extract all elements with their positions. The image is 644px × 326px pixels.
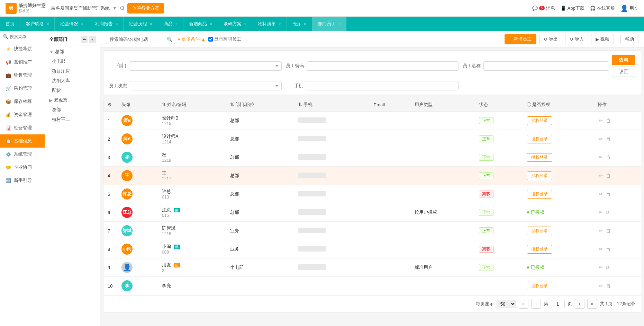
sidebar-item-inventory[interactable]: 📦 库存核算 xyxy=(0,95,45,108)
delete-icon-4[interactable]: 🗑 xyxy=(606,173,611,178)
dropdown-icon[interactable]: ▼ xyxy=(112,6,117,11)
trial-button[interactable]: 体验行业方案 xyxy=(127,3,164,14)
sidebar-item-purchase[interactable]: 🛒 采购管理 xyxy=(0,82,45,95)
tab-bom[interactable]: 物料清单 × xyxy=(252,17,287,31)
tab-operation-close[interactable]: × xyxy=(81,22,83,26)
dept-item-planting[interactable]: 植树王二 xyxy=(45,115,100,124)
delete-icon-2[interactable]: 🗑 xyxy=(606,136,611,142)
filter-dept-select[interactable] xyxy=(129,61,282,71)
tab-barcode-close[interactable]: × xyxy=(244,22,246,26)
auth-btn-1[interactable]: 授权登录 xyxy=(527,116,552,125)
nav-search-input[interactable] xyxy=(10,34,37,39)
export-button[interactable]: ↻ 导出 xyxy=(539,34,562,44)
sidebar-item-guide[interactable]: 🆕 新手引导 xyxy=(0,174,45,187)
filter-name-input[interactable] xyxy=(483,61,609,71)
edit-icon-1[interactable]: ✏ xyxy=(599,118,603,123)
tab-goods-close[interactable]: × xyxy=(175,22,178,26)
settings-icon[interactable]: ⚙ xyxy=(120,5,125,11)
last-page-button[interactable]: » xyxy=(587,299,597,309)
dept-item-delivery[interactable]: 配货 xyxy=(45,86,100,95)
message-icon-area[interactable]: 💬 5 消息 xyxy=(532,5,555,11)
set-button[interactable]: 设置 xyxy=(612,67,635,77)
sidebar-item-quick[interactable]: ⚡ 快捷导航 xyxy=(0,42,45,55)
tab-operation[interactable]: 经营情况 × xyxy=(55,17,89,31)
tab-home[interactable]: 首页 xyxy=(0,17,20,31)
tab-warehouse[interactable]: 仓库 × xyxy=(287,17,312,31)
tab-bom-close[interactable]: × xyxy=(279,22,281,26)
tab-goods[interactable]: 商品 × xyxy=(158,17,183,31)
help-button[interactable]: 帮助 xyxy=(620,34,638,44)
dept-edit-icon[interactable]: ✏ xyxy=(81,36,88,43)
edit-icon-2[interactable]: ✏ xyxy=(599,136,603,142)
edit-icon-6[interactable]: ✏ xyxy=(599,210,603,215)
tab-warehouse-close[interactable]: × xyxy=(304,22,306,26)
copy-icon-9[interactable]: ⧉ xyxy=(606,265,609,270)
show-resigned-label[interactable]: 显示离职员工 xyxy=(208,36,241,42)
edit-icon-5[interactable]: ✏ xyxy=(599,191,603,197)
show-resigned-checkbox[interactable] xyxy=(208,37,213,42)
auth-btn-3[interactable]: 授权登录 xyxy=(527,153,552,162)
edit-icon-4[interactable]: ✏ xyxy=(599,173,603,178)
tab-customer-close[interactable]: × xyxy=(47,22,49,26)
first-page-button[interactable]: « xyxy=(519,299,528,309)
tab-customer[interactable]: 客户联络 × xyxy=(20,17,55,31)
user-area[interactable]: 👤 用友 xyxy=(620,5,638,12)
sidebar-item-collab[interactable]: 🤝 企业协同 xyxy=(0,161,45,174)
tab-new-goods-close[interactable]: × xyxy=(210,22,212,26)
tab-new-goods[interactable]: 新增商品 × xyxy=(183,17,218,31)
more-filter-button[interactable]: ▾ 更多条件 ▲ xyxy=(178,36,206,42)
th-dept[interactable]: ⇅ 部门/职位 xyxy=(226,98,294,112)
dept-item-shenyang[interactable]: 沈阳大库 xyxy=(45,76,100,86)
delete-icon-1[interactable]: 🗑 xyxy=(606,118,611,123)
tab-history[interactable]: 经营历程 × xyxy=(124,17,158,31)
tab-employee[interactable]: 部门员工 × xyxy=(312,17,346,31)
dept-collapse-icon[interactable]: « xyxy=(89,36,96,43)
th-phone[interactable]: ⇅ 手机 xyxy=(294,98,369,112)
auth-btn-10[interactable]: 授权登录 xyxy=(527,282,552,290)
dept-item-general[interactable]: ▼ 总部 xyxy=(45,47,100,56)
app-download[interactable]: 📱 App下载 xyxy=(561,5,584,11)
delete-icon-7[interactable]: 🗑 xyxy=(606,228,611,234)
auth-btn-2[interactable]: 授权登录 xyxy=(527,135,552,143)
tab-history-close[interactable]: × xyxy=(150,22,152,26)
dept-item-small-elec[interactable]: 小电部 xyxy=(45,56,100,66)
th-name[interactable]: ⇅ 姓名/编码 xyxy=(158,98,226,112)
delete-icon-3[interactable]: 🗑 xyxy=(606,155,611,160)
page-number-input[interactable] xyxy=(551,300,565,308)
delete-icon-5[interactable]: 🗑 xyxy=(606,191,611,197)
sidebar-item-sales[interactable]: 💼 销售管理 xyxy=(0,69,45,82)
sidebar-item-marketing[interactable]: 📢 营销推广 xyxy=(0,55,45,69)
auth-btn-4[interactable]: 授权登录 xyxy=(527,171,552,180)
auth-btn-7[interactable]: 授权登录 xyxy=(527,227,552,235)
delete-icon-8[interactable]: 🗑 xyxy=(606,246,611,252)
prev-page-button[interactable]: ‹ xyxy=(531,299,541,309)
sidebar-item-system[interactable]: ⚙️ 系统管理 xyxy=(0,148,45,161)
auth-btn-8[interactable]: 授权登录 xyxy=(527,245,552,254)
filter-phone-input[interactable] xyxy=(306,81,459,90)
edit-icon-8[interactable]: ✏ xyxy=(599,246,603,252)
edit-icon-10[interactable]: ✏ xyxy=(599,283,603,289)
sidebar-item-operations[interactable]: 📊 经营管理 xyxy=(0,121,45,134)
next-page-button[interactable]: › xyxy=(575,299,584,309)
tab-profit-close[interactable]: × xyxy=(116,22,118,26)
page-size-select[interactable]: 50 100 xyxy=(497,300,516,308)
auth-btn-5[interactable]: 授权登录 xyxy=(527,190,552,199)
th-settings[interactable]: ⚙ xyxy=(103,98,117,112)
tab-employee-close[interactable]: × xyxy=(338,22,341,26)
edit-icon-9[interactable]: ✏ xyxy=(599,265,603,270)
import-button[interactable]: ↺ 导入 xyxy=(565,34,588,44)
query-button[interactable]: 查询 xyxy=(612,55,635,65)
tab-profit[interactable]: 利润报告 × xyxy=(89,17,124,31)
online-service[interactable]: 🎧 在线客服 xyxy=(590,5,615,11)
copy-icon-6[interactable]: ⧉ xyxy=(606,210,609,215)
video-button[interactable]: ▶ 视频 xyxy=(591,34,614,44)
edit-icon-7[interactable]: ✏ xyxy=(599,228,603,234)
add-employee-button[interactable]: + 新增员工 xyxy=(505,34,536,44)
edit-icon-3[interactable]: ✏ xyxy=(599,155,603,160)
dept-item-project[interactable]: 项目库房 xyxy=(45,66,100,76)
dept-item-hq[interactable]: 总部 xyxy=(45,105,100,115)
filter-code-input[interactable] xyxy=(307,61,459,71)
sidebar-item-finance[interactable]: 💰 资金管理 xyxy=(0,108,45,121)
search-input[interactable] xyxy=(106,35,175,44)
filter-status-select[interactable] xyxy=(130,81,282,90)
